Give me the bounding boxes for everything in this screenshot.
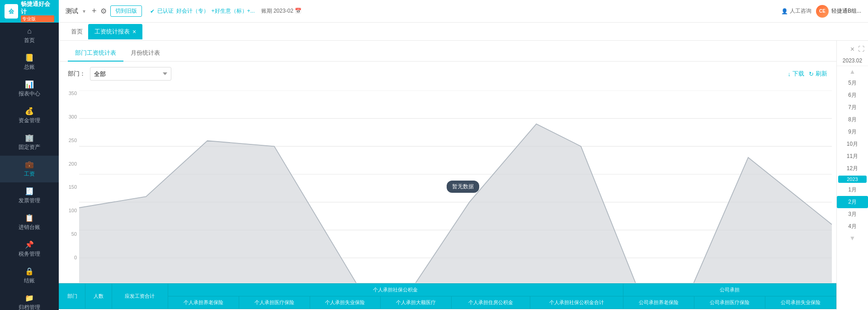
user-menu[interactable]: CE 轻捷通B组... [816,5,861,18]
y-label-250: 250 [61,138,77,143]
sidebar-label-reports: 报表中心 [19,90,40,98]
y-label-200: 200 [61,161,77,167]
logo-edition: 专业版 [21,15,54,22]
status-label: 已认证 [157,7,174,15]
home-icon: ⌂ [27,27,32,35]
company-name: 测试 [66,7,78,15]
tab-home[interactable]: 首页 [66,24,88,39]
panel-controls: × ⛶ [837,43,868,56]
settings-icon[interactable]: ⚙ [100,7,107,15]
prev-period-icon[interactable]: ▲ [848,66,858,77]
archive-icon: 📁 [25,294,34,302]
sales-icon: 📋 [25,214,34,222]
panel-expand-icon[interactable]: ⛶ [858,45,864,53]
month-2-active[interactable]: 2月 [837,196,868,208]
switch-version-button[interactable]: 切到旧版 [110,5,142,17]
content-area: 首页 工资统计报表 × 部门工资统计表 月份统计表 部门： 全部 [59,23,868,310]
sidebar-label-closing: 结账 [24,277,35,285]
month-10[interactable]: 10月 [837,138,868,150]
col-dept: 部门 [59,284,85,309]
refresh-button[interactable]: ↻ 刷新 [809,70,827,78]
funds-icon: 💰 [25,107,34,115]
sidebar-item-reports[interactable]: 📊 报表中心 [0,76,59,102]
chart-area: 0 50 100 150 200 250 300 350 [59,86,836,283]
month-4[interactable]: 4月 [837,220,868,233]
assets-icon: 🏢 [25,134,34,142]
sidebar-item-home[interactable]: ⌂ 首页 [0,23,59,49]
sidebar-item-tax[interactable]: 📌 税务管理 [0,236,59,262]
right-panel: × ⛶ 2023.02 ▲ 5月 6月 7月 8月 9月 10月 11月 12月… [836,41,868,310]
logo-name: 畅捷通好会计 [21,0,54,16]
month-1[interactable]: 1月 [837,184,868,196]
invoice-icon: 🧾 [25,187,34,196]
y-label-150: 150 [61,184,77,190]
month-6[interactable]: 6月 [837,89,868,101]
sidebar-item-ledger[interactable]: 📒 总账 [0,49,59,76]
current-period-label: 2023.02 [837,56,868,66]
sidebar-label-ledger: 总账 [24,63,35,71]
y-label-300: 300 [61,114,77,119]
ledger-icon: 📒 [25,53,34,62]
sidebar-item-sales[interactable]: 📋 进销台账 [0,209,59,236]
page-inner: 部门工资统计表 月份统计表 部门： 全部 ↓ 下载 [59,41,836,310]
subtab-dept[interactable]: 部门工资统计表 [68,45,123,62]
month-9[interactable]: 9月 [837,126,868,138]
company-dropdown-icon[interactable]: ▾ [83,8,85,14]
y-label-100: 100 [61,208,77,213]
period-label: 账期 2023-02 📅 [261,7,302,15]
user-name: 轻捷通B组... [831,7,861,15]
subtab-monthly[interactable]: 月份统计表 [123,45,167,62]
help-button[interactable]: 👤 人工咨询 [781,7,811,15]
sidebar-item-archive[interactable]: 📁 归档管理 [0,289,59,310]
sidebar-label-archive: 归档管理 [19,304,40,310]
topbar-status: ✔ 已认证 好会计（专） +好生意（标）+... [150,7,255,15]
sidebar-item-assets[interactable]: 🏢 固定资产 [0,129,59,156]
next-period-icon[interactable]: ▼ [848,233,858,243]
sidebar-label-sales: 进销台账 [19,224,40,231]
tax-icon: 📌 [25,240,34,249]
topbar-right: 👤 人工咨询 CE 轻捷通B组... [781,5,861,18]
month-5[interactable]: 5月 [837,77,868,89]
month-11[interactable]: 11月 [837,150,868,162]
biz-type: +好生意（标）+... [212,7,255,15]
month-3[interactable]: 3月 [837,208,868,220]
col-group-personal: 个人承担社保公积金 [168,284,623,296]
sidebar-item-invoice[interactable]: 🧾 发票管理 [0,182,59,209]
bottom-table: 部门 人数 应发工资合计 个人承担社保公积金 公司承担 个人承担养老保险 个人承… [59,283,836,310]
certified-icon: ✔ [150,8,155,14]
sidebar-item-salary[interactable]: 💼 工资 [0,156,59,182]
dept-select[interactable]: 全部 [90,67,171,81]
tab-salary-report[interactable]: 工资统计报表 × [88,24,142,39]
add-button[interactable]: + [92,6,97,16]
sidebar-logo: 会 畅捷通好会计 专业版 [0,0,59,23]
refresh-icon: ↻ [809,71,814,77]
sidebar-label-assets: 固定资产 [19,143,40,151]
sidebar-item-closing[interactable]: 🔒 结账 [0,262,59,289]
col-group-company: 公司承担 [623,284,836,296]
col-personal-housing: 个人承担住房公积金 [452,296,530,309]
y-label-50: 50 [61,231,77,237]
topbar-actions: + ⚙ 切到旧版 [92,5,142,17]
download-button[interactable]: ↓ 下载 [788,70,805,78]
sidebar-label-invoice: 发票管理 [19,197,40,205]
sidebar-item-funds[interactable]: 💰 资金管理 [0,102,59,129]
sidebar-label-tax: 税务管理 [19,250,40,258]
month-12[interactable]: 12月 [837,162,868,175]
logo-text: 畅捷通好会计 专业版 [21,0,54,23]
col-personal-pension: 个人承担养老保险 [168,296,239,309]
panel-close-icon[interactable]: × [850,45,854,53]
tab-close-icon[interactable]: × [132,28,136,35]
toolbar-right: ↓ 下载 ↻ 刷新 [788,70,828,78]
month-8[interactable]: 8月 [837,114,868,126]
col-personal-unemployment: 个人承担失业保险 [310,296,381,309]
dept-label: 部门： [68,70,85,78]
page-container: 部门工资统计表 月份统计表 部门： 全部 ↓ 下载 [59,41,868,310]
download-icon: ↓ [788,71,791,77]
month-7[interactable]: 7月 [837,101,868,114]
y-label-350: 350 [61,91,77,96]
year-2023-badge: 2023 [838,176,866,183]
logo-icon: 会 [5,4,18,19]
closing-icon: 🔒 [25,267,34,276]
col-personal-large-medical: 个人承担大额医疗 [381,296,452,309]
col-company-unemployment: 公司承担失业保险 [765,296,836,309]
